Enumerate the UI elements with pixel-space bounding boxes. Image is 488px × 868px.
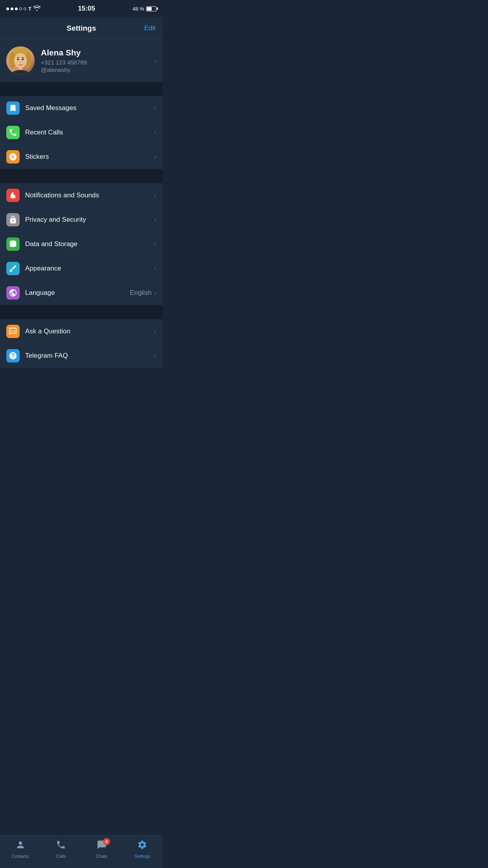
- status-time: 15:05: [78, 5, 95, 13]
- signal-dot-1: [6, 7, 9, 10]
- section-2: Notifications and Sounds › Privacy and S…: [0, 183, 163, 305]
- appearance-icon: [6, 262, 20, 275]
- faq-label: Telegram FAQ: [25, 352, 154, 360]
- stickers-icon: [6, 150, 20, 164]
- privacy-row[interactable]: Privacy and Security ›: [0, 208, 163, 232]
- privacy-label: Privacy and Security: [25, 216, 154, 224]
- svg-point-5: [17, 59, 19, 60]
- faq-row[interactable]: Telegram FAQ ›: [0, 344, 163, 368]
- notifications-chevron: ›: [154, 191, 156, 199]
- battery-icon: [146, 6, 156, 11]
- battery-percent: 48 %: [132, 6, 144, 12]
- page-title: Settings: [67, 24, 96, 33]
- signal-dot-3: [15, 7, 18, 10]
- section-3: Ask a Question › Telegram FAQ ›: [0, 319, 163, 368]
- privacy-chevron: ›: [154, 215, 156, 224]
- saved-messages-chevron: ›: [154, 104, 156, 112]
- ask-question-icon: [6, 325, 20, 338]
- notifications-icon: [6, 189, 20, 202]
- recent-calls-label: Recent Calls: [25, 129, 154, 136]
- language-icon: [6, 286, 20, 300]
- ask-question-chevron: ›: [154, 327, 156, 335]
- svg-point-4: [14, 53, 27, 68]
- signal-dot-4: [19, 7, 22, 10]
- data-storage-chevron: ›: [154, 240, 156, 248]
- recent-calls-row[interactable]: Recent Calls ›: [0, 120, 163, 145]
- language-chevron: ›: [154, 289, 156, 297]
- stickers-label: Stickers: [25, 153, 154, 161]
- language-row[interactable]: Language English ›: [0, 281, 163, 305]
- wifi-icon: [33, 6, 40, 12]
- svg-point-11: [13, 330, 14, 331]
- data-storage-icon: [6, 237, 20, 251]
- profile-info: Alena Shy +321 123 456789 @alenashy: [41, 48, 154, 73]
- faq-chevron: ›: [154, 352, 156, 360]
- nav-bar: Settings Edit: [0, 17, 163, 39]
- faq-icon: [6, 349, 20, 362]
- section-gap-2: [0, 169, 163, 183]
- privacy-icon: [6, 213, 20, 226]
- profile-phone: +321 123 456789: [41, 59, 154, 66]
- appearance-row[interactable]: Appearance ›: [0, 256, 163, 281]
- section-1: Saved Messages › Recent Calls › Stickers…: [0, 96, 163, 169]
- language-value: English: [130, 289, 152, 297]
- section-gap-3: [0, 305, 163, 319]
- language-label: Language: [25, 289, 130, 297]
- data-storage-row[interactable]: Data and Storage ›: [0, 232, 163, 256]
- stickers-row[interactable]: Stickers ›: [0, 145, 163, 169]
- profile-row[interactable]: Alena Shy +321 123 456789 @alenashy ›: [0, 39, 163, 82]
- svg-point-13: [14, 330, 15, 331]
- appearance-label: Appearance: [25, 265, 154, 272]
- appearance-chevron: ›: [154, 264, 156, 272]
- svg-point-6: [22, 59, 24, 60]
- status-bar: T 15:05 48 %: [0, 0, 163, 17]
- profile-name: Alena Shy: [41, 48, 154, 57]
- section-gap-1: [0, 82, 163, 96]
- ask-question-label: Ask a Question: [25, 327, 154, 335]
- signal-dot-2: [11, 7, 13, 10]
- signal-dot-5: [24, 7, 26, 10]
- edit-button[interactable]: Edit: [144, 24, 156, 32]
- stickers-chevron: ›: [154, 153, 156, 161]
- saved-messages-row[interactable]: Saved Messages ›: [0, 96, 163, 120]
- recent-calls-icon: [6, 126, 20, 139]
- status-left: T: [6, 6, 40, 12]
- notifications-label: Notifications and Sounds: [25, 191, 154, 199]
- ask-question-row[interactable]: Ask a Question ›: [0, 319, 163, 344]
- profile-username: @alenashy: [41, 66, 154, 73]
- svg-point-9: [13, 192, 16, 195]
- battery-fill: [147, 7, 152, 11]
- profile-section: Alena Shy +321 123 456789 @alenashy ›: [0, 39, 163, 82]
- profile-chevron: ›: [154, 57, 156, 65]
- content-area: Alena Shy +321 123 456789 @alenashy › Sa…: [0, 39, 163, 401]
- carrier-label: T: [28, 6, 31, 12]
- saved-messages-label: Saved Messages: [25, 104, 154, 112]
- svg-point-12: [11, 330, 12, 331]
- status-right: 48 %: [132, 6, 156, 12]
- recent-calls-chevron: ›: [154, 128, 156, 136]
- saved-messages-icon: [6, 101, 20, 115]
- avatar: [6, 46, 35, 75]
- data-storage-label: Data and Storage: [25, 240, 154, 248]
- notifications-row[interactable]: Notifications and Sounds ›: [0, 183, 163, 208]
